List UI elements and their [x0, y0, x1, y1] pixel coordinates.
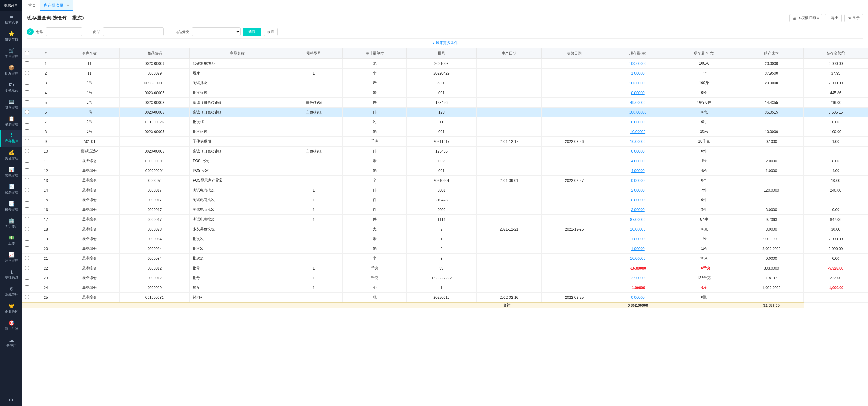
row-checkbox[interactable] — [22, 195, 32, 205]
table-row: 6 1号 0023-00008 富诚（白色/奶棕） 白色/奶棕 件 123 10… — [22, 107, 868, 117]
row-checkbox[interactable] — [22, 146, 32, 156]
row-qty-main[interactable]: 0.00000 — [607, 293, 669, 303]
row-checkbox[interactable] — [22, 225, 32, 234]
row-checkbox[interactable] — [22, 98, 32, 107]
sidebar-settings-btn[interactable]: ⚙ — [0, 394, 22, 406]
row-checkbox[interactable] — [22, 69, 32, 78]
row-qty-main[interactable]: 122.00000 — [607, 273, 669, 283]
sidebar-item-small-ecom[interactable]: 🛍 小额电商 — [0, 79, 22, 96]
expand-filter-button[interactable]: ▾ 展开更多条件 — [433, 40, 458, 46]
row-qty-main[interactable]: -1.00000 — [607, 283, 669, 293]
sidebar-item-system[interactable]: ⚙ 系统管理 — [0, 283, 22, 300]
row-code: 0000017 — [120, 195, 190, 205]
data-table-wrapper[interactable]: # 仓库名称 商品编码 商品名称 规格型号 主计量单位 批号 生产日期 失效日期… — [22, 48, 868, 406]
category-select[interactable] — [192, 27, 241, 36]
tab-home[interactable]: 首页 — [24, 0, 40, 11]
sidebar-item-quicknav[interactable]: ⭐ 快捷导航 — [0, 28, 22, 45]
row-qty-main[interactable]: 10.00000 — [607, 225, 669, 234]
row-checkbox[interactable] — [22, 205, 32, 215]
row-expire-date — [542, 215, 607, 225]
row-checkbox[interactable] — [22, 283, 32, 293]
row-qty-main[interactable]: 100.00000 — [607, 78, 669, 88]
select-all-checkbox[interactable] — [25, 51, 29, 55]
row-qty-main[interactable]: 1.00000 — [607, 234, 669, 244]
row-qty-main[interactable]: 100.00000 — [607, 107, 669, 117]
sidebar-item-payroll[interactable]: 💵 工资 — [0, 232, 22, 249]
row-index: 12 — [32, 166, 59, 176]
row-checkbox[interactable] — [22, 264, 32, 273]
row-total-cost: 2,000.00 — [804, 59, 868, 69]
row-batch: 20211217 — [407, 137, 476, 146]
sidebar-item-cloud[interactable]: ☁ 云应用 — [0, 334, 22, 351]
row-checkbox[interactable] — [22, 117, 32, 127]
row-qty-main[interactable]: 4.00000 — [607, 166, 669, 176]
row-checkbox[interactable] — [22, 215, 32, 225]
row-checkbox[interactable] — [22, 156, 32, 166]
row-checkbox[interactable] — [22, 244, 32, 254]
row-checkbox[interactable] — [22, 234, 32, 244]
row-checkbox[interactable] — [22, 166, 32, 176]
row-checkbox[interactable] — [22, 273, 32, 283]
search-button[interactable]: 查询 — [243, 28, 261, 36]
sidebar-item-search[interactable]: ≡ 搜索菜单 — [0, 11, 22, 28]
row-checkbox[interactable] — [22, 254, 32, 264]
row-checkbox[interactable] — [22, 176, 32, 185]
row-qty-main[interactable]: 10.00000 — [607, 127, 669, 137]
row-checkbox[interactable] — [22, 293, 32, 303]
sidebar-item-wholesale[interactable]: 📦 批发管理 — [0, 62, 22, 79]
row-qty-main[interactable]: 0.00000 — [607, 117, 669, 127]
row-qty-main[interactable]: 0.00000 — [607, 88, 669, 98]
row-qty-main[interactable]: 49.60000 — [607, 98, 669, 107]
footer-empty — [120, 302, 407, 308]
sidebar-item-general[interactable]: 📊 总账管理 — [0, 164, 22, 181]
sidebar-item-business[interactable]: 📈 经营管理 — [0, 249, 22, 266]
row-checkbox[interactable] — [22, 88, 32, 98]
row-qty-actual: 10龟 — [669, 107, 739, 117]
tab-inventory-batch[interactable]: 库存批次量 ✕ — [40, 0, 73, 11]
row-qty-main[interactable]: 100.00000 — [607, 59, 669, 69]
row-qty-main[interactable]: 0.00000 — [607, 195, 669, 205]
sidebar-item-fixed[interactable]: 🏢 固定资产 — [0, 215, 22, 232]
print-button[interactable]: 🖨 按模板打印 ▾ — [789, 14, 822, 22]
row-qty-main[interactable]: 3.00000 — [607, 205, 669, 215]
sidebar-item-purchase[interactable]: 📋 采购管理 — [0, 113, 22, 130]
row-qty-main[interactable]: -16.00000 — [607, 264, 669, 273]
row-qty-main[interactable]: 10.00000 — [607, 254, 669, 264]
tab-close-icon[interactable]: ✕ — [66, 3, 69, 8]
sidebar-item-invoice[interactable]: 🧾 发票管理 — [0, 181, 22, 198]
row-qty-main[interactable]: 10.00000 — [607, 137, 669, 146]
row-checkbox[interactable] — [22, 127, 32, 137]
row-checkbox[interactable] — [22, 137, 32, 146]
row-qty-main[interactable]: 1.00000 — [607, 69, 669, 78]
row-warehouse: 晟睿综仓 — [59, 254, 120, 264]
sidebar-item-coop[interactable]: 🤝 企业协同 — [0, 300, 22, 317]
filter-arrow-button[interactable]: > — [27, 28, 34, 35]
row-qty-main[interactable]: 2.00000 — [607, 185, 669, 195]
row-checkbox[interactable] — [22, 107, 32, 117]
sidebar-logo[interactable]: 搜索菜单 — [0, 0, 22, 11]
warehouse-input[interactable] — [46, 27, 82, 36]
col-checkbox[interactable] — [22, 48, 32, 59]
export-button[interactable]: ↑ 导出 — [825, 14, 842, 22]
sidebar-item-basic[interactable]: ℹ 基础信息 — [0, 266, 22, 283]
sidebar-item-inventory[interactable]: 🗄 库存核算 — [0, 130, 22, 146]
row-unit: 米 — [342, 166, 407, 176]
row-qty-main[interactable]: 4.00000 — [607, 156, 669, 166]
sidebar-item-retail[interactable]: 🛒 零售管理 — [0, 45, 22, 62]
row-produce-date — [476, 146, 541, 156]
row-checkbox[interactable] — [22, 59, 32, 69]
row-qty-main[interactable]: 0.00000 — [607, 146, 669, 156]
sidebar-item-tax[interactable]: 📑 税务管理 — [0, 198, 22, 215]
product-input[interactable] — [103, 27, 164, 36]
row-qty-main[interactable]: 0.00000 — [607, 176, 669, 185]
row-checkbox[interactable] — [22, 185, 32, 195]
sidebar-item-finance[interactable]: 💰 资金管理 — [0, 146, 22, 164]
sidebar-item-ecom[interactable]: 💻 电商管理 — [0, 96, 22, 113]
sidebar-item-newguide[interactable]: 🎯 新手引导 — [0, 317, 22, 334]
row-checkbox[interactable] — [22, 78, 32, 88]
display-button[interactable]: 👁 显示 — [844, 14, 863, 22]
row-warehouse: 晟睿综仓 — [59, 234, 120, 244]
row-qty-main[interactable]: 87.00000 — [607, 215, 669, 225]
row-qty-main[interactable]: 1.00000 — [607, 244, 669, 254]
settings-button[interactable]: 设置 — [264, 28, 278, 36]
